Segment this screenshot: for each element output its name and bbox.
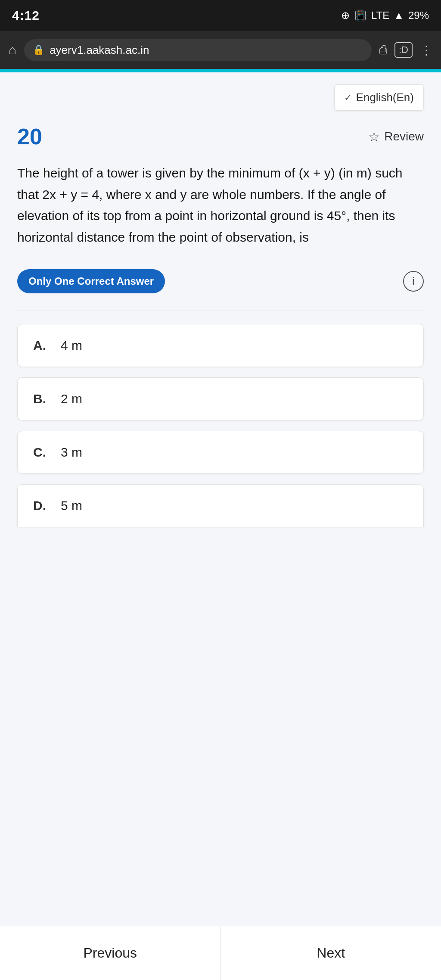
answer-type-row: Only One Correct Answer i	[17, 269, 424, 293]
answer-type-badge: Only One Correct Answer	[17, 269, 165, 293]
nav-buttons: Previous Next	[0, 926, 441, 980]
option-a-letter: A.	[33, 338, 49, 353]
question-number: 20	[17, 124, 42, 149]
language-bar: ✓ English(En)	[0, 72, 441, 119]
previous-button[interactable]: Previous	[0, 926, 221, 980]
info-icon[interactable]: i	[403, 271, 424, 292]
option-d[interactable]: D. 5 m	[17, 484, 424, 527]
language-dropdown[interactable]: ✓ English(En)	[334, 84, 424, 111]
signal-icon: ▲	[394, 9, 404, 22]
option-d-letter: D.	[33, 498, 49, 513]
home-icon[interactable]: ⌂	[9, 43, 16, 57]
next-button[interactable]: Next	[221, 926, 441, 980]
accent-bar	[0, 69, 441, 72]
status-icons: ⊕ 📳 LTE ▲ 29%	[341, 9, 429, 22]
option-c-text: 3 m	[61, 445, 82, 460]
browser-bar: ⌂ 🔒 ayerv1.aakash.ac.in ⎙ :D ⋮	[0, 31, 441, 69]
tab-count[interactable]: :D	[394, 42, 413, 58]
url-text: ayerv1.aakash.ac.in	[50, 44, 149, 57]
main-content: ✓ English(En) 20 ☆ Review The height of …	[0, 72, 441, 980]
menu-icon[interactable]: ⋮	[420, 43, 432, 57]
chevron-down-icon: ✓	[344, 92, 352, 103]
option-b[interactable]: B. 2 m	[17, 377, 424, 420]
question-header: 20 ☆ Review	[17, 124, 424, 149]
lte-icon: LTE	[371, 9, 389, 22]
share-icon[interactable]: ⎙	[379, 43, 387, 57]
option-b-text: 2 m	[61, 392, 82, 406]
status-time: 4:12	[12, 8, 40, 23]
divider	[17, 311, 424, 311]
option-c-letter: C.	[33, 445, 49, 460]
question-section: 20 ☆ Review The height of a tower is giv…	[0, 119, 441, 311]
address-bar[interactable]: 🔒 ayerv1.aakash.ac.in	[24, 39, 372, 61]
gps-icon: ⊕	[341, 9, 350, 22]
option-b-letter: B.	[33, 392, 49, 406]
option-a-text: 4 m	[61, 338, 82, 353]
lock-icon: 🔒	[33, 44, 44, 56]
status-bar: 4:12 ⊕ 📳 LTE ▲ 29%	[0, 0, 441, 31]
browser-actions: ⎙ :D ⋮	[379, 42, 432, 58]
option-c[interactable]: C. 3 m	[17, 431, 424, 474]
option-d-text: 5 m	[61, 498, 82, 513]
review-label: Review	[384, 130, 424, 143]
vibrate-icon: 📳	[354, 9, 367, 22]
question-text: The height of a tower is given by the mi…	[17, 162, 424, 248]
star-icon: ☆	[368, 129, 380, 144]
bottom-spacer	[0, 527, 441, 605]
review-button[interactable]: ☆ Review	[368, 129, 424, 144]
language-label: English(En)	[356, 91, 414, 104]
battery-indicator: 29%	[408, 9, 429, 22]
option-a[interactable]: A. 4 m	[17, 324, 424, 367]
options-section: A. 4 m B. 2 m C. 3 m D. 5 m	[0, 324, 441, 527]
